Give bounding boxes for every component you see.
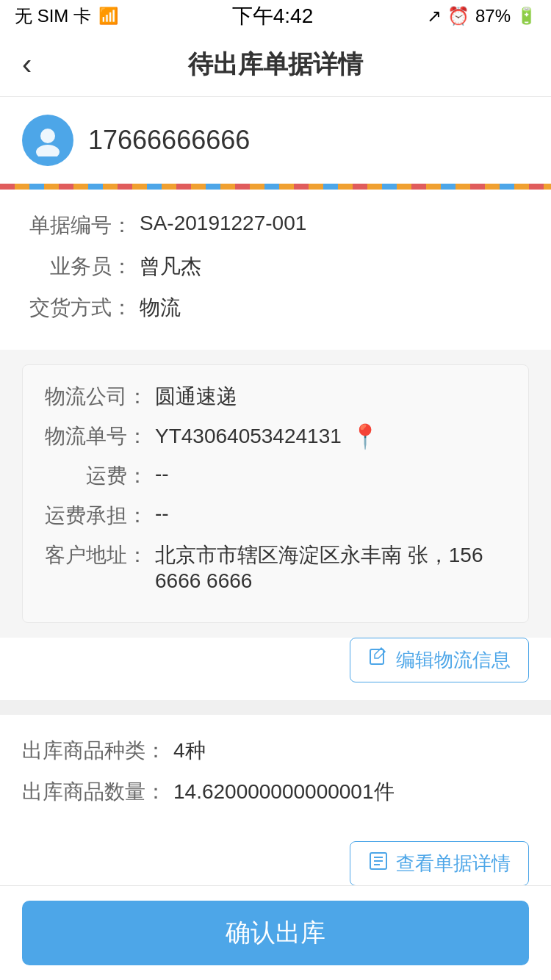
svg-point-1: [36, 145, 60, 156]
map-pin-icon[interactable]: 📍: [350, 422, 380, 450]
sales-person-row: 业务员： 曾凡杰: [22, 253, 529, 281]
stock-section: 出库商品种类： 4种 出库商品数量： 14.620000000000001件: [0, 715, 551, 834]
freight-bearer-value: --: [155, 502, 514, 525]
edit-icon: [368, 647, 389, 673]
tracking-number-label: 物流单号：: [37, 422, 155, 450]
status-time: 下午4:42: [232, 2, 314, 30]
wifi-icon: 📶: [98, 7, 118, 26]
logistics-company-row: 物流公司： 圆通速递: [37, 383, 514, 411]
status-bar: 无 SIM 卡 📶 下午4:42 ↗ ⏰ 87% 🔋: [0, 0, 551, 32]
dashed-divider: [0, 184, 551, 190]
page-title: 待出库单据详情: [188, 48, 363, 82]
edit-logistics-label: 编辑物流信息: [396, 647, 511, 673]
status-left: 无 SIM 卡 📶: [15, 4, 118, 28]
tracking-number-value: YT43064053424131: [155, 425, 342, 448]
delivery-method-value: 物流: [140, 294, 529, 322]
location-status-icon: ↗: [427, 6, 442, 26]
tracking-number-container: YT43064053424131 📍: [155, 422, 380, 450]
stock-quantity-row: 出库商品数量： 14.620000000000001件: [22, 778, 529, 806]
svg-point-0: [40, 129, 55, 143]
address-row: 客户地址： 北京市市辖区海淀区永丰南 张，156 6666 6666: [37, 541, 514, 593]
logistics-company-value: 圆通速递: [155, 383, 514, 411]
delivery-method-row: 交货方式： 物流: [22, 294, 529, 322]
carrier-text: 无 SIM 卡: [15, 4, 91, 28]
delivery-method-label: 交货方式：: [22, 294, 140, 322]
freight-value: --: [155, 462, 514, 486]
logistics-card: 物流公司： 圆通速递 物流单号： YT43064053424131 📍 运费： …: [22, 364, 529, 623]
address-value: 北京市市辖区海淀区永丰南 张，156 6666 6666: [155, 541, 514, 593]
document-info-section: 单据编号： SA-20191227-001 业务员： 曾凡杰 交货方式： 物流: [0, 190, 551, 350]
freight-label: 运费：: [37, 462, 155, 490]
freight-bearer-row: 运费承担： --: [37, 502, 514, 530]
edit-btn-row: 编辑物流信息: [0, 638, 551, 700]
address-label: 客户地址：: [37, 541, 155, 569]
view-document-detail-label: 查看单据详情: [396, 851, 511, 876]
stock-type-row: 出库商品种类： 4种: [22, 737, 529, 765]
customer-phone: 17666666666: [88, 125, 250, 156]
stock-quantity-label: 出库商品数量：: [22, 778, 173, 806]
freight-row: 运费： --: [37, 462, 514, 490]
sales-person-value: 曾凡杰: [140, 253, 529, 281]
customer-header: 17666666666: [0, 97, 551, 184]
tracking-number-row: 物流单号： YT43064053424131 📍: [37, 422, 514, 450]
battery-text: 87%: [475, 6, 511, 26]
doc-number-row: 单据编号： SA-20191227-001: [22, 212, 529, 239]
confirm-outbound-button[interactable]: 确认出库: [22, 901, 529, 965]
sales-person-label: 业务员：: [22, 253, 140, 281]
back-button[interactable]: ‹: [22, 48, 32, 81]
stock-type-label: 出库商品种类：: [22, 737, 173, 765]
freight-bearer-label: 运费承担：: [37, 502, 155, 530]
view-document-detail-button[interactable]: 查看单据详情: [350, 841, 529, 886]
edit-logistics-button[interactable]: 编辑物流信息: [350, 638, 529, 682]
bottom-btn-area: 确认出库: [0, 885, 551, 980]
alarm-icon: ⏰: [447, 6, 469, 26]
logistics-company-label: 物流公司：: [37, 383, 155, 411]
stock-type-value: 4种: [173, 737, 529, 765]
stock-quantity-value: 14.620000000000001件: [173, 778, 529, 806]
nav-bar: ‹ 待出库单据详情: [0, 32, 551, 97]
avatar: [22, 115, 73, 166]
section-separator: [0, 700, 551, 715]
battery-icon: 🔋: [516, 7, 536, 26]
document-list-icon: [368, 851, 389, 876]
doc-number-label: 单据编号：: [22, 212, 140, 239]
status-right: ↗ ⏰ 87% 🔋: [427, 6, 536, 26]
doc-number-value: SA-20191227-001: [140, 212, 529, 235]
confirm-outbound-label: 确认出库: [226, 916, 325, 950]
